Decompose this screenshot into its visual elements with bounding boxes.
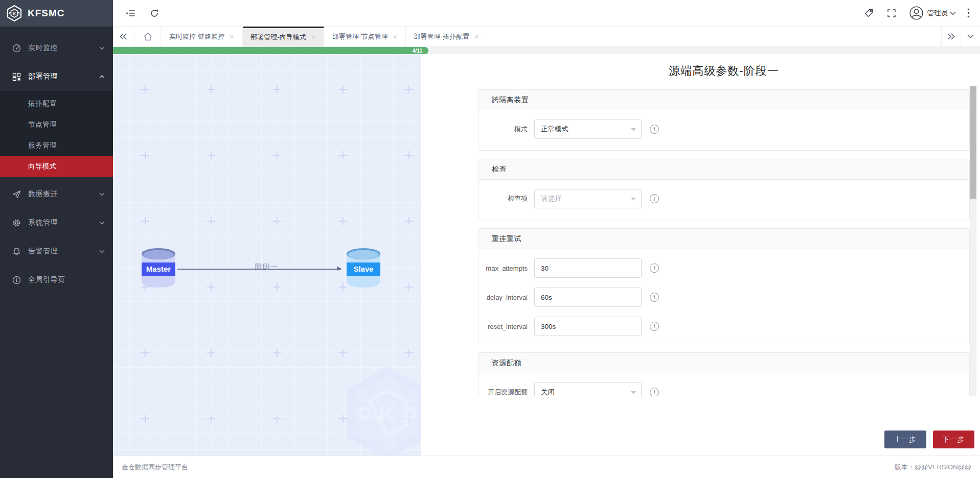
form-row-check-item: 检查项 请选择 — [478, 189, 969, 208]
app-window: K KFSMC 实时监控 部署管理 — [0, 0, 980, 478]
submenu-label: 拓扑配置 — [28, 99, 57, 108]
user-menu[interactable]: 管理员 — [909, 6, 956, 20]
user-name: 管理员 — [927, 9, 948, 18]
field-label: 模式 — [478, 125, 528, 134]
form-row-mode: 模式 正常模式 — [478, 119, 969, 139]
tab-realtime-link-monitor[interactable]: 实时监控-链路监控 — [161, 27, 243, 46]
section-title: 重连重试 — [478, 229, 969, 249]
form-row-resource-quota: 开启资源配额 关闭 — [478, 383, 969, 396]
refresh-icon[interactable] — [150, 9, 159, 18]
master-node[interactable]: Master — [141, 247, 176, 289]
plus-mark — [141, 217, 149, 225]
close-tab-icon[interactable] — [474, 33, 478, 40]
footer: 金仓数据同步管理平台 版本：@@VERSION@@ — [113, 456, 980, 478]
section-resource-quota: 资源配额 开启资源配额 关闭 — [478, 352, 970, 396]
submenu-label: 节点管理 — [28, 120, 57, 129]
fullscreen-icon[interactable] — [887, 9, 896, 18]
sidebar-item-service-manage[interactable]: 服务管理 — [0, 135, 113, 156]
progress-step-label: 4/11 — [412, 47, 428, 54]
wizard-buttons: 上一步 下一步 — [884, 431, 974, 448]
chevron-down-icon — [99, 250, 105, 253]
tab-deploy-node-manage[interactable]: 部署管理-节点管理 — [324, 27, 406, 46]
plus-mark — [339, 217, 347, 225]
prev-step-button[interactable]: 上一步 — [884, 431, 926, 448]
plus-mark — [207, 349, 215, 357]
info-icon[interactable] — [650, 194, 659, 203]
tabs-scroll-right-icon[interactable] — [941, 27, 961, 46]
wizard-progress-track: 4/11 — [113, 47, 980, 54]
section-reconnect-retry: 重连重试 max_attempts delay_interval — [478, 228, 970, 344]
sidebar-menu: 实时监控 部署管理 拓扑配置 节点管理 服务管理 向导模式 数 — [0, 27, 113, 294]
sidebar-item-wizard-mode[interactable]: 向导模式 — [0, 156, 113, 177]
tab-deploy-wizard-mode[interactable]: 部署管理-向导模式 — [243, 27, 325, 46]
sidebar-item-deploy-manage[interactable]: 部署管理 — [0, 62, 113, 91]
resource-quota-select[interactable]: 关闭 — [534, 383, 642, 396]
tab-label: 部署管理-向导模式 — [251, 33, 306, 42]
close-tab-icon[interactable] — [393, 33, 397, 40]
svg-text:K: K — [13, 11, 16, 16]
tag-icon[interactable] — [864, 8, 874, 18]
plus-mark — [141, 349, 149, 357]
plus-mark — [207, 283, 215, 291]
plus-mark — [207, 415, 215, 423]
submenu-label: 服务管理 — [28, 141, 57, 150]
plus-mark — [207, 85, 215, 93]
select-value: 关闭 — [541, 388, 555, 396]
chevron-down-icon — [950, 11, 956, 15]
home-tab-icon[interactable] — [134, 27, 161, 46]
form-scrollbar-thumb[interactable] — [970, 86, 976, 199]
section-check: 检查 检查项 请选择 — [478, 159, 970, 220]
sidebar-item-topology-config[interactable]: 拓扑配置 — [0, 93, 113, 114]
max-attempts-input[interactable] — [534, 258, 642, 278]
plus-mark — [405, 349, 413, 357]
sidebar-item-data-migration[interactable]: 数据搬迁 — [0, 180, 113, 208]
field-label: 开启资源配额 — [478, 388, 528, 396]
plus-mark — [339, 349, 347, 357]
sidebar-item-node-manage[interactable]: 节点管理 — [0, 114, 113, 135]
plus-mark — [273, 151, 281, 159]
menu-fold-icon[interactable] — [125, 8, 135, 18]
plus-mark — [273, 349, 281, 357]
check-item-select[interactable]: 请选择 — [534, 189, 642, 208]
more-vertical-icon[interactable] — [967, 8, 970, 18]
close-tab-icon[interactable] — [230, 33, 234, 40]
info-icon[interactable] — [650, 322, 659, 331]
sidebar-item-global-guide[interactable]: 全局引导页 — [0, 266, 113, 294]
tabs-dropdown-icon[interactable] — [961, 27, 980, 46]
footer-version: 版本：@@VERSION@@ — [895, 463, 971, 472]
main-area: 管理员 实时监控-链路监控 部署管理-向导模式 — [113, 0, 980, 478]
tab-deploy-topology-config[interactable]: 部署管理-拓扑配置 — [406, 27, 488, 46]
plus-mark — [207, 151, 215, 159]
alarm-bell-icon — [12, 247, 21, 256]
info-icon[interactable] — [650, 125, 659, 134]
plus-mark — [405, 85, 413, 93]
form-scroll-area: 跨隔离装置 模式 正常模式 — [478, 86, 970, 396]
section-title: 跨隔离装置 — [478, 90, 969, 110]
reset-interval-input[interactable] — [534, 317, 642, 336]
next-step-button[interactable]: 下一步 — [933, 431, 975, 448]
deploy-submenu: 拓扑配置 节点管理 服务管理 向导模式 — [0, 91, 113, 177]
section-cross-isolation: 跨隔离装置 模式 正常模式 — [478, 89, 970, 151]
plus-mark — [273, 415, 281, 423]
sidebar-item-realtime-monitor[interactable]: 实时监控 — [0, 34, 113, 62]
slave-node[interactable]: Slave — [346, 247, 381, 289]
close-tab-icon[interactable] — [311, 34, 315, 41]
mode-select[interactable]: 正常模式 — [534, 119, 642, 139]
sidebar-item-alarm-manage[interactable]: 告警管理 — [0, 237, 113, 266]
info-icon[interactable] — [650, 388, 659, 396]
flow-edge-label: 阶段一 — [241, 262, 292, 272]
sidebar-item-system-manage[interactable]: 系统管理 — [0, 208, 113, 237]
avatar — [909, 6, 923, 20]
brand-logo[interactable]: K KFSMC — [0, 0, 113, 27]
sidebar-item-label: 系统管理 — [28, 218, 99, 227]
info-icon[interactable] — [650, 293, 659, 302]
wizard-content: 阶段一 Master — [113, 54, 980, 456]
chevron-down-icon — [99, 46, 105, 50]
form-scrollbar-track[interactable] — [970, 86, 976, 396]
info-icon[interactable] — [650, 264, 659, 273]
plus-mark — [141, 151, 149, 159]
tabs-collapse-left-icon[interactable] — [113, 27, 134, 46]
flow-canvas[interactable]: 阶段一 Master — [113, 54, 421, 456]
delay-interval-input[interactable] — [534, 288, 642, 307]
section-title: 资源配额 — [478, 353, 969, 373]
